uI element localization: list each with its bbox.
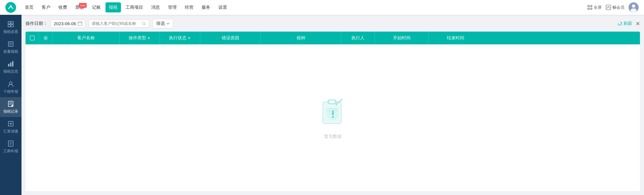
th-client-name: 客户名称	[52, 32, 120, 44]
svg-rect-10	[8, 22, 10, 24]
sidebar: 报税设置 批量报税 报税总览	[0, 15, 22, 195]
svg-point-18	[9, 82, 12, 84]
sidebar-label-personal-tax: 个税申报	[3, 89, 18, 94]
th-settings	[39, 32, 52, 44]
nav-invoice[interactable]: 票据 new	[72, 2, 87, 12]
th-start-time: 开始时间	[375, 32, 429, 44]
svg-rect-4	[588, 8, 589, 9]
content-area: 操作日期： 2023-06-06 筛选	[22, 15, 644, 195]
table-header: 客户名称 操作类型 ▼ 执行状态 ▼ 错误原因 税种 执行人 开始时间 结束时间	[26, 32, 640, 44]
svg-point-9	[631, 8, 637, 12]
avatar[interactable]	[629, 2, 639, 12]
main-layout: 报税设置 批量报税 报税总览	[0, 15, 644, 195]
nav-business[interactable]: 工商项目	[122, 2, 146, 12]
batch-tax-icon	[7, 41, 14, 48]
fullscreen-icon	[588, 5, 592, 10]
sidebar-label-tax-overview: 报税总览	[3, 69, 18, 74]
svg-point-0	[5, 2, 16, 13]
settings-icon[interactable]	[43, 36, 48, 40]
sidebar-label-tax-records: 报税记录	[3, 109, 18, 114]
chevron-down-icon	[166, 22, 170, 25]
svg-rect-12	[8, 25, 10, 27]
date-picker[interactable]: 2023-06-06	[51, 20, 85, 28]
svg-rect-15	[8, 64, 9, 67]
nav-tax[interactable]: 报税	[105, 2, 121, 12]
table-body: 暂无数据	[26, 44, 640, 191]
nav-settings[interactable]: 设置	[215, 2, 230, 12]
th-end-time: 结束时间	[429, 32, 482, 44]
nav-messages[interactable]: 消息	[148, 2, 163, 12]
th-executor: 执行人	[341, 32, 375, 44]
svg-rect-2	[588, 5, 589, 7]
fullscreen-btn[interactable]: 全屏	[588, 5, 602, 10]
top-navigation: 首页 客户 收费 票据 new 记账 报税 工商项目 消息 管理 经营 服务 设…	[0, 0, 644, 15]
date-label: 操作日期：	[26, 21, 47, 27]
annual-settlement-icon	[7, 120, 14, 128]
refresh-icon	[617, 21, 622, 26]
search-icon	[142, 21, 146, 26]
annual-report-icon	[7, 140, 14, 148]
sort-icon-operation: ▼	[147, 36, 151, 40]
sidebar-item-personal-tax[interactable]: 个税申报	[0, 77, 22, 97]
member-btn[interactable]: 畅会员	[606, 5, 625, 10]
sidebar-item-batch-tax[interactable]: 批量报税	[0, 37, 22, 57]
sidebar-item-tax-settings[interactable]: 报税设置	[0, 17, 22, 37]
th-exec-status[interactable]: 执行状态 ▼	[160, 32, 200, 44]
data-table: 客户名称 操作类型 ▼ 执行状态 ▼ 错误原因 税种 执行人 开始时间 结束时间	[26, 32, 640, 191]
empty-illustration	[316, 96, 350, 129]
th-checkbox[interactable]	[26, 32, 39, 44]
nav-items: 首页 客户 收费 票据 new 记账 报税 工商项目 消息 管理 经营 服务 设…	[22, 2, 588, 12]
tax-overview-icon	[7, 61, 14, 68]
toolbar-right: 刷新 ✕	[617, 21, 640, 27]
sidebar-item-annual-report[interactable]: 工商年报	[0, 137, 22, 157]
nav-fees[interactable]: 收费	[55, 2, 71, 12]
nav-manage[interactable]: 管理	[165, 2, 180, 12]
th-operation-type[interactable]: 操作类型 ▼	[120, 32, 160, 44]
sidebar-item-tax-overview[interactable]: 报税总览	[0, 57, 22, 77]
nav-bookkeeping[interactable]: 记账	[89, 2, 104, 12]
svg-rect-13	[11, 25, 13, 27]
nav-service[interactable]: 服务	[198, 2, 214, 12]
nav-home[interactable]: 首页	[22, 2, 37, 12]
svg-point-31	[332, 116, 334, 118]
empty-text: 暂无数据	[324, 133, 342, 140]
tax-records-icon	[7, 101, 14, 108]
svg-rect-16	[10, 63, 11, 67]
personal-tax-icon	[7, 81, 14, 88]
svg-rect-28	[330, 101, 335, 103]
svg-rect-30	[332, 111, 334, 115]
date-value: 2023-06-06	[54, 21, 76, 26]
svg-point-8	[632, 4, 635, 8]
search-box[interactable]	[89, 20, 149, 28]
sort-icon-status: ▼	[187, 36, 191, 40]
sidebar-label-batch-tax: 批量报税	[3, 49, 18, 54]
svg-rect-3	[591, 5, 592, 7]
svg-rect-6	[606, 5, 611, 10]
select-all-checkbox[interactable]	[30, 36, 35, 40]
sidebar-label-annual-settlement: 汇算清缴	[3, 129, 18, 133]
refresh-button[interactable]: 刷新	[617, 21, 632, 27]
sidebar-label-tax-settings: 报税设置	[3, 30, 18, 34]
tax-settings-icon	[7, 21, 14, 29]
sidebar-label-annual-report: 工商年报	[3, 149, 18, 153]
app-logo[interactable]	[5, 2, 16, 13]
svg-rect-23	[78, 22, 82, 26]
th-error-reason: 错误原因	[200, 32, 261, 44]
th-tax-type: 税种	[261, 32, 341, 44]
svg-rect-11	[11, 22, 13, 24]
svg-point-25	[45, 37, 46, 39]
nav-client[interactable]: 客户	[38, 2, 54, 12]
calendar-icon	[78, 21, 82, 26]
filter-button[interactable]: 筛选	[153, 19, 173, 28]
nav-operations[interactable]: 经营	[181, 2, 197, 12]
search-input[interactable]	[92, 21, 142, 26]
member-icon	[606, 5, 611, 10]
sidebar-item-annual-settlement[interactable]: 汇算清缴	[0, 117, 22, 137]
svg-rect-17	[12, 61, 13, 67]
top-nav-right: 全屏 畅会员	[588, 2, 639, 12]
sidebar-item-tax-records[interactable]: 报税记录	[0, 97, 22, 117]
svg-point-1	[10, 5, 12, 7]
svg-rect-5	[591, 8, 592, 9]
close-button[interactable]: ✕	[636, 21, 640, 27]
new-badge: new	[79, 3, 87, 8]
